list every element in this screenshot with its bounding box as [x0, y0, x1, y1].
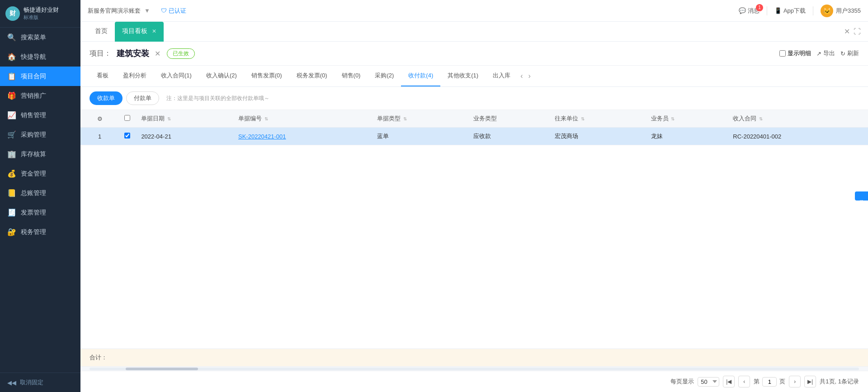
divider: [767, 6, 767, 15]
salesman-col-header[interactable]: 业务员 ⇅: [646, 110, 728, 128]
page-size-select[interactable]: 50 100 200: [698, 377, 719, 387]
income-contract-sort-icon[interactable]: ⇅: [759, 116, 763, 121]
export-icon: ↗: [816, 50, 821, 57]
subnav-tab-other-expense[interactable]: 其他收支(1): [440, 66, 486, 86]
sidebar-item-label: 税务管理: [21, 228, 46, 236]
page-size-label: 每页显示: [670, 378, 694, 386]
avatar: 🐱: [821, 5, 833, 17]
select-all-checkbox[interactable]: [124, 115, 130, 121]
subnav-tab-warehouse[interactable]: 出入库: [486, 66, 518, 86]
date-sort-icon[interactable]: ⇅: [167, 116, 171, 121]
expand-window-icon[interactable]: ⛶: [854, 28, 861, 36]
sidebar-item-purchase-mgmt[interactable]: 🛒 采购管理: [0, 125, 80, 144]
feedback-tab[interactable]: 意见反馈: [855, 191, 868, 201]
tab-project-board[interactable]: 项目看板 ✕: [115, 22, 164, 42]
checkbox-col-header[interactable]: [119, 110, 136, 128]
income-contract-cell: RC-20220401-002: [727, 128, 868, 145]
ledger-icon: 📒: [7, 189, 16, 197]
page-number-input[interactable]: [762, 377, 777, 387]
subnav-tab-income-confirm[interactable]: 收入确认(2): [199, 66, 244, 86]
app-download-button[interactable]: 📱 App下载: [774, 7, 806, 15]
sidebar-item-inventory[interactable]: 🏢 库存核算: [0, 144, 80, 164]
sidebar-item-invoice-mgmt[interactable]: 🧾 发票管理: [0, 203, 80, 222]
refresh-button[interactable]: ↻ 刷新: [840, 49, 859, 57]
tab-close-icon[interactable]: ✕: [152, 28, 156, 34]
subnav-profit-label: 盈利分析: [123, 72, 146, 80]
search-icon: 🔍: [7, 33, 16, 42]
salesman-col-label: 业务员: [651, 115, 669, 122]
content-area: 项目： 建筑安装 ✕ 已生效 显示明细 ↗ 导出 ↻ 刷新: [80, 42, 868, 392]
number-cell[interactable]: SK-20220421-001: [233, 128, 372, 145]
tab-home[interactable]: 首页: [88, 22, 115, 42]
subnav-tab-kanban[interactable]: 看板: [90, 66, 116, 86]
hscroll-area[interactable]: [80, 366, 868, 371]
sidebar-item-ledger[interactable]: 📒 总账管理: [0, 183, 80, 203]
sidebar-item-project-contract[interactable]: 📋 项目合同: [0, 67, 80, 86]
type-col-header[interactable]: 单据类型 ⇅: [372, 110, 468, 128]
user-button[interactable]: 🐱 用户3355: [821, 5, 861, 17]
sidebar-item-tax-mgmt[interactable]: 🔐 税务管理: [0, 222, 80, 242]
sidebar-item-label: 采购管理: [21, 131, 46, 139]
number-sort-icon[interactable]: ⇅: [264, 116, 268, 121]
sidebar: 财 畅捷通好业财 标准版 🔍 搜索菜单 🏠 快捷导航 📋 项目合同 🎁 营销推广…: [0, 0, 80, 392]
type-sort-icon[interactable]: ⇅: [403, 116, 407, 121]
first-page-button[interactable]: |◀: [723, 376, 735, 387]
page-info: 第 页: [754, 377, 785, 387]
date-col-header[interactable]: 单据日期 ⇅: [136, 110, 233, 128]
subnav-tab-income-contract[interactable]: 收入合同(1): [154, 66, 199, 86]
subnav-tab-tax-invoice[interactable]: 税务发票(0): [289, 66, 335, 86]
subnav-tab-purchase[interactable]: 采购(2): [368, 66, 401, 86]
number-link[interactable]: SK-20220421-001: [238, 133, 286, 140]
subtab-receive[interactable]: 收款单: [90, 91, 123, 105]
total-info: 共1页, 1条记录: [820, 378, 859, 386]
next-page-button[interactable]: ›: [789, 376, 801, 387]
page-suffix: 页: [779, 378, 785, 386]
hscroll-thumb[interactable]: [126, 368, 198, 370]
sidebar-item-search[interactable]: 🔍 搜索菜单: [0, 28, 80, 47]
subnav-prev-arrow[interactable]: ‹: [518, 72, 525, 80]
app-edition: 标准版: [24, 14, 59, 21]
subnav-tab-sales-invoice[interactable]: 销售发票(0): [244, 66, 289, 86]
prev-page-button[interactable]: ‹: [738, 376, 750, 387]
sidebar-item-finance[interactable]: 💰 资金管理: [0, 164, 80, 183]
dropdown-icon[interactable]: ▼: [144, 7, 150, 14]
show-detail-checkbox-label[interactable]: 显示明细: [779, 49, 811, 57]
show-detail-checkbox[interactable]: [779, 50, 786, 57]
subnav-sales-label: 销售(0): [342, 72, 361, 80]
tax-icon: 🔐: [7, 228, 16, 236]
project-prefix: 项目：: [90, 49, 111, 58]
status-badge: 已生效: [167, 48, 195, 59]
settings-icon[interactable]: ⚙: [97, 115, 103, 122]
subnav-next-arrow[interactable]: ›: [525, 72, 533, 80]
sidebar-item-label: 销售管理: [21, 111, 46, 120]
export-button[interactable]: ↗ 导出: [816, 49, 835, 57]
hscroll-track[interactable]: [90, 368, 859, 370]
counterpart-col-header[interactable]: 往来单位 ⇅: [549, 110, 646, 128]
salesman-sort-icon[interactable]: ⇅: [671, 116, 675, 121]
row-checkbox-cell[interactable]: [119, 128, 136, 145]
number-col-header[interactable]: 单据编号 ⇅: [233, 110, 372, 128]
subtab-note: 注：这里是与项目关联的全部收付款单哦～: [166, 95, 269, 102]
last-page-button[interactable]: ▶|: [804, 376, 816, 387]
sidebar-item-sales-mgmt[interactable]: 📈 销售管理: [0, 105, 80, 125]
sidebar-item-quick-nav[interactable]: 🏠 快捷导航: [0, 47, 80, 67]
row-checkbox[interactable]: [124, 133, 130, 139]
total-label: 合计：: [90, 354, 107, 362]
show-detail-label: 显示明细: [788, 49, 811, 57]
phone-icon: 📱: [774, 7, 782, 14]
subnav-tab-profit[interactable]: 盈利分析: [116, 66, 154, 86]
sidebar-item-marketing[interactable]: 🎁 营销推广: [0, 86, 80, 105]
subnav-tab-sales[interactable]: 销售(0): [335, 66, 368, 86]
income-contract-col-header[interactable]: 收入合同 ⇅: [727, 110, 868, 128]
more-options-icon[interactable]: ✕: [155, 49, 161, 58]
settings-col-header[interactable]: ⚙: [80, 110, 119, 128]
subtab-pay[interactable]: 付款单: [126, 91, 159, 105]
counterpart-cell: 宏茂商场: [549, 128, 646, 145]
counterpart-sort-icon[interactable]: ⇅: [581, 116, 585, 121]
message-button[interactable]: 💬 消息 1: [739, 7, 760, 15]
table-row[interactable]: 1 2022-04-21 SK-20220421-001 蓝单 应收款 宏茂商场…: [80, 128, 868, 145]
close-window-icon[interactable]: ✕: [844, 27, 850, 36]
subnav-tab-payment[interactable]: 收付款(4): [401, 66, 440, 86]
sidebar-unpin-button[interactable]: ◀◀ 取消固定: [0, 373, 80, 392]
income-contract-col-label: 收入合同: [733, 115, 756, 122]
